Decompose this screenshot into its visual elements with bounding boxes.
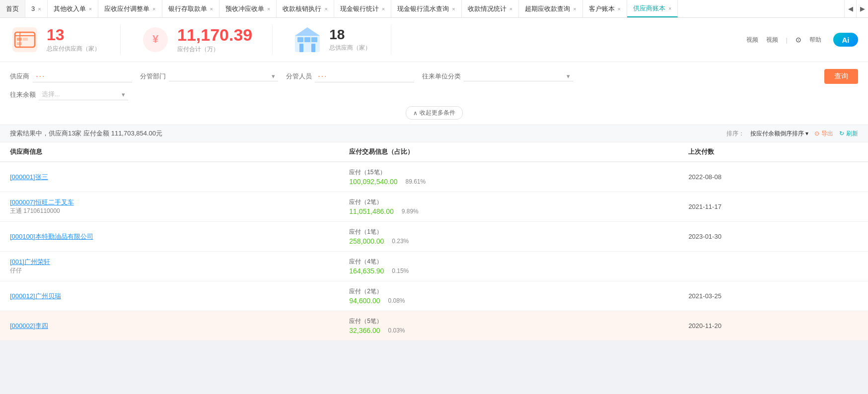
- stat1-label: 总应付供应商（家）: [47, 45, 100, 53]
- amount-pct: 0.03%: [388, 327, 405, 334]
- close-icon[interactable]: ×: [210, 6, 213, 12]
- close-icon[interactable]: ×: [267, 6, 270, 12]
- supplier-sub: 仔仔: [10, 267, 22, 274]
- chevron-down-icon: ▾: [805, 130, 808, 137]
- nav-prev-arrow[interactable]: ◀: [844, 0, 856, 18]
- collapse-button[interactable]: ∧ 收起更多条件: [406, 106, 463, 120]
- sort-section: 排序： 按应付余额倒序排序 ▾ ⊙ 导出 ↻ 刷新: [726, 130, 858, 138]
- close-icon[interactable]: ×: [382, 6, 385, 12]
- supplier-name-link[interactable]: [000100]本特勤油品有限公司: [10, 232, 349, 241]
- balance-label: 往来余额: [10, 90, 36, 99]
- close-icon[interactable]: ×: [152, 6, 155, 12]
- table-row[interactable]: [000100]本特勤油品有限公司 应付（1笔） 258,000.00 0.23…: [0, 222, 868, 252]
- svg-rect-10: [297, 37, 303, 42]
- nav-prepay-offset[interactable]: 预收冲应收单 ×: [219, 0, 277, 17]
- last-date: 2021-03-25: [688, 292, 722, 300]
- supplier-name-link[interactable]: [001]广州荣轩: [10, 258, 349, 266]
- close-icon[interactable]: ×: [452, 6, 455, 12]
- help-label-text[interactable]: 帮助: [809, 36, 821, 44]
- supplier-name-link[interactable]: [000002]李四: [10, 322, 349, 330]
- table-row[interactable]: [000007]恒旺二手叉车 王通 17106110000 应付（2笔） 11,…: [0, 192, 868, 222]
- supplier-name-link[interactable]: [000001]张三: [10, 173, 349, 182]
- nav-3[interactable]: 3 ×: [25, 0, 48, 17]
- nav-next-arrow[interactable]: ▶: [856, 0, 868, 18]
- svg-rect-4: [17, 38, 22, 41]
- transaction-cell: 应付（4笔） 164,635.90 0.15%: [349, 258, 688, 275]
- last-payment-cell: 2021-11-17: [688, 203, 858, 210]
- filter-person: 分管人员 ···: [286, 71, 414, 82]
- balance-select[interactable]: 选择... ▾: [39, 89, 128, 100]
- amount-value: 164,635.90: [349, 267, 384, 275]
- nav-bank-deposit[interactable]: 银行存取款单 ×: [162, 0, 219, 17]
- transaction-cell: 应付（2笔） 94,600.00 0.08%: [349, 287, 688, 305]
- supplier-cell: [000007]恒旺二手叉车 王通 17106110000: [10, 198, 349, 215]
- table-row[interactable]: [000012]广州贝瑞 应付（2笔） 94,600.00 0.08% 2021…: [0, 281, 868, 311]
- results-bar: 搜索结果中，供应商13家 应付金额 111,703,854.00元 排序： 按应…: [0, 125, 868, 142]
- stats-bar: 13 总应付供应商（家） ¥ 11,170.39 应付合计（万）: [0, 18, 868, 62]
- trans-label: 应付（15笔）: [349, 168, 688, 177]
- nav-ar-ap-adjust[interactable]: 应收应付调整单 ×: [98, 0, 162, 17]
- supplier-select[interactable]: ···: [33, 71, 132, 82]
- video-link[interactable]: 视频: [746, 36, 758, 44]
- close-icon[interactable]: ×: [38, 6, 41, 12]
- filter-dept: 分管部门 ▾: [140, 71, 278, 81]
- sort-select[interactable]: 按应付余额倒序排序 ▾: [750, 130, 808, 138]
- stat2-text: 11,170.39 应付合计（万）: [177, 26, 252, 54]
- ai-button[interactable]: Ai: [833, 33, 858, 47]
- filter-balance: 往来余额 选择... ▾: [10, 89, 128, 100]
- table-row[interactable]: [000002]李四 应付（5笔） 32,366.00 0.03% 2020-1…: [0, 311, 868, 341]
- nav-arrows: ◀ ▶: [844, 0, 868, 18]
- nav-cash-bank-stat[interactable]: 现金银行统计 ×: [334, 0, 391, 17]
- stat3-text: 18 总供应商（家）: [329, 28, 371, 52]
- close-icon[interactable]: ×: [89, 6, 92, 12]
- amount-pct: 0.15%: [392, 267, 409, 274]
- nav-home[interactable]: 首页: [0, 0, 25, 17]
- table-row[interactable]: [001]广州荣轩 仔仔 应付（4笔） 164,635.90 0.15%: [0, 252, 868, 281]
- close-icon[interactable]: ×: [668, 5, 671, 11]
- close-icon[interactable]: ×: [509, 6, 512, 12]
- person-select[interactable]: ···: [315, 71, 414, 82]
- transaction-cell: 应付（15笔） 100,092,540.00 89.61%: [349, 168, 688, 186]
- supplier-name-link[interactable]: [000012]广州贝瑞: [10, 292, 349, 301]
- export-icon: ⊙: [814, 130, 819, 137]
- supplier-cell: [000100]本特勤油品有限公司: [10, 232, 349, 241]
- nav-customer-ledger[interactable]: 客户账本 ×: [583, 0, 627, 17]
- table-row[interactable]: [000001]张三 应付（15笔） 100,092,540.00 89.61%…: [0, 162, 868, 192]
- last-payment-cell: 2022-08-08: [688, 173, 858, 181]
- amount-pct: 0.08%: [388, 297, 405, 304]
- transaction-cell: 应付（2笔） 11,051,486.00 9.89%: [349, 198, 688, 215]
- trans-label: 应付（5笔）: [349, 317, 688, 326]
- nav-other-income[interactable]: 其他收入单 ×: [48, 0, 98, 17]
- supplier-label: 供应商: [10, 72, 30, 81]
- nav-cash-bank-flow[interactable]: 现金银行流水查询 ×: [391, 0, 461, 17]
- close-icon[interactable]: ×: [324, 6, 327, 12]
- query-button[interactable]: 查询: [824, 69, 858, 84]
- svg-rect-14: [311, 44, 315, 52]
- svg-rect-11: [304, 37, 310, 42]
- close-icon[interactable]: ×: [573, 6, 576, 12]
- payable-total-icon: ¥: [141, 25, 170, 55]
- last-date: 2020-11-20: [688, 322, 722, 329]
- nav-overdue-ar[interactable]: 超期应收款查询 ×: [519, 0, 582, 17]
- amount-value: 258,000.00: [349, 237, 384, 245]
- supplier-cell: [001]广州荣轩 仔仔: [10, 258, 349, 275]
- nav-collection-exec[interactable]: 收款核销执行 ×: [277, 0, 334, 17]
- col-transaction-info: 应付交易信息（占比）: [349, 147, 688, 156]
- nav-supplier-ledger[interactable]: 供应商账本 ×: [627, 0, 678, 17]
- export-button[interactable]: ⊙ 导出: [814, 130, 833, 138]
- stat2-label: 应付合计（万）: [177, 45, 252, 54]
- svg-text:¥: ¥: [152, 33, 159, 45]
- supplier-name-link[interactable]: [000007]恒旺二手叉车: [10, 198, 349, 207]
- supplier-cell: [000001]张三: [10, 173, 349, 182]
- col-last-payment: 上次付数: [688, 147, 858, 156]
- close-icon[interactable]: ×: [618, 6, 621, 12]
- chevron-down-icon: ▾: [567, 72, 570, 80]
- category-select[interactable]: ▾: [464, 71, 573, 81]
- nav-collection-stat[interactable]: 收款情况统计 ×: [462, 0, 519, 17]
- filter-supplier: 供应商 ···: [10, 71, 132, 82]
- amount-pct: 9.89%: [402, 208, 419, 215]
- dept-select[interactable]: ▾: [169, 71, 278, 81]
- top-nav: 首页 3 × 其他收入单 × 应收应付调整单 × 银行存取款单 × 预收冲应收单…: [0, 0, 868, 18]
- refresh-button[interactable]: ↻ 刷新: [839, 130, 858, 138]
- video-label-text[interactable]: 视频: [766, 36, 778, 44]
